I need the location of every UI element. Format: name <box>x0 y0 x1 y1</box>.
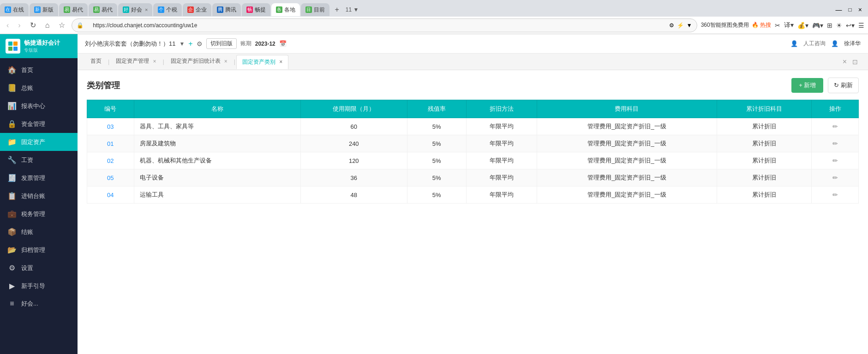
sidebar-item-reports-label: 报表中心 <box>21 102 45 110</box>
row5-edit-btn[interactable]: ✏ <box>832 191 838 198</box>
header-actions: + 新增 ↻ 刷新 <box>791 78 859 93</box>
sidebar-item-payroll[interactable]: 🔧 工资 <box>0 151 78 169</box>
period-label: 账期 <box>240 40 251 48</box>
sidebar-item-funds[interactable]: 🔒 资金管理 <box>0 115 78 133</box>
sidebar-item-archive[interactable]: 📂 归档管理 <box>0 241 78 259</box>
refresh-btn[interactable]: ↻ 刷新 <box>828 78 859 93</box>
refresh-nav-btn[interactable]: ↻ <box>27 20 39 30</box>
sidebar-item-guide[interactable]: ▶ 新手引导 <box>0 277 78 295</box>
closing-nav-icon: 📦 <box>7 228 17 236</box>
tab-depreciation-label: 固定资产折旧统计表 <box>171 57 221 65</box>
fixed-assets-nav-icon: 📁 <box>7 138 17 146</box>
sidebar-item-ledger[interactable]: 📒 总账 <box>0 79 78 97</box>
row5-residual: 5% <box>407 186 466 204</box>
add-account-btn[interactable]: + <box>188 40 192 48</box>
url-input[interactable] <box>86 20 666 30</box>
service-label[interactable]: 人工咨询 <box>803 40 826 48</box>
browser-tab-online[interactable]: 在 在线 <box>0 3 29 16</box>
browser-tab-enterprise[interactable]: 企 企业 <box>183 3 211 16</box>
switch-to-old-btn[interactable]: 切到旧版 <box>206 38 237 49</box>
undo-icon[interactable]: ↩▾ <box>846 22 855 29</box>
table-row: 01 房屋及建筑物 240 5% 年限平均 管理费用_固定资产折旧_一级 累计折… <box>87 135 859 152</box>
game-icon[interactable]: 🎮▾ <box>812 22 823 29</box>
browser-tab-easy1[interactable]: 易 易代 <box>59 3 88 16</box>
sidebar-item-fixed-assets[interactable]: 📁 固定资产 <box>0 133 78 151</box>
menu-icon[interactable]: ☰ <box>858 22 864 29</box>
extension-btn[interactable]: ⚡ <box>677 22 684 29</box>
win-minimize-btn[interactable]: — <box>833 6 844 13</box>
cut-icon[interactable]: ✂ <box>775 22 780 29</box>
row5-method: 年限平均 <box>466 186 537 204</box>
tab-depreciation[interactable]: 固定资产折旧统计表 × <box>165 54 233 69</box>
win-restore-btn[interactable]: □ <box>846 6 854 13</box>
sidebar-item-more[interactable]: ≡ 好会... <box>0 295 78 312</box>
tab-home[interactable]: 首页 <box>85 54 107 69</box>
tab-category[interactable]: 固定资产类别 × <box>236 55 288 69</box>
sidebar-item-settings[interactable]: ⚙ 设置 <box>0 259 78 277</box>
forward-btn[interactable]: › <box>15 20 23 30</box>
col-accum: 累计折旧科目 <box>717 100 811 118</box>
bookmark-btn[interactable]: ☆ <box>56 20 68 30</box>
address-dropdown-btn[interactable]: ▼ <box>687 22 692 29</box>
site-info-btn[interactable]: ⚙ <box>669 22 674 29</box>
user-avatar-icon: 👤 <box>831 40 838 47</box>
home-nav-btn[interactable]: ⌂ <box>42 20 53 30</box>
browser-tab-bar: 在 在线 新 新版 易 易代 易 易代 好 好会 × 个 个税 企 企业 腾 <box>0 0 868 17</box>
browser-tab-gedi[interactable]: 各 各地 <box>271 3 300 16</box>
row1-name: 器具、工具、家具等 <box>134 118 300 135</box>
tab-fixed-mgmt-label: 固定资产管理 <box>116 57 149 65</box>
account-settings-btn[interactable]: ⚙ <box>197 40 203 48</box>
sun-icon[interactable]: ☀ <box>836 22 842 29</box>
tab-fixed-mgmt-close-btn[interactable]: × <box>153 58 156 65</box>
sidebar-item-home[interactable]: 🏠 首页 <box>0 61 78 79</box>
sidebar-item-home-label: 首页 <box>21 66 33 74</box>
tab-fixed-mgmt[interactable]: 固定资产管理 × <box>110 54 162 69</box>
row4-period: 36 <box>300 169 407 186</box>
sidebar-item-reports[interactable]: 📊 报表中心 <box>0 97 78 115</box>
row4-edit-btn[interactable]: ✏ <box>832 174 838 181</box>
tab-menu-btn[interactable]: 11 ▼ <box>343 6 361 14</box>
browser-tab-close-haokuai[interactable]: × <box>145 7 148 12</box>
row2-edit-btn[interactable]: ✏ <box>832 140 838 147</box>
row4-name: 电子设备 <box>134 169 300 186</box>
tab-depreciation-close-btn[interactable]: × <box>224 58 227 65</box>
tab-category-close-btn[interactable]: × <box>279 59 282 65</box>
browser-tab-changte[interactable]: 畅 畅提 <box>242 3 270 16</box>
browser-tab-haokuai[interactable]: 好 好会 × <box>118 3 152 16</box>
browser-tab-mq[interactable]: 目 目前 <box>301 3 329 16</box>
tab-bar-expand-btn[interactable]: ⊡ <box>850 58 861 66</box>
sidebar-item-invoices[interactable]: 🧾 发票管理 <box>0 169 78 187</box>
row1-edit-btn[interactable]: ✏ <box>832 123 838 130</box>
back-btn[interactable]: ‹ <box>4 20 12 30</box>
row3-edit-btn[interactable]: ✏ <box>832 157 838 164</box>
win-close-btn[interactable]: × <box>856 6 864 13</box>
browser-tab-tax[interactable]: 个 个税 <box>153 3 182 16</box>
tab-bar-close-btn[interactable]: × <box>840 58 850 66</box>
browser-tab-tencent[interactable]: 腾 腾讯 <box>212 3 241 16</box>
col-action: 操作 <box>812 100 859 118</box>
sidebar-item-closing[interactable]: 📦 结账 <box>0 223 78 241</box>
new-tab-btn[interactable]: + <box>332 5 341 15</box>
grid-icon[interactable]: ⊞ <box>827 22 832 29</box>
tab-home-label: 首页 <box>90 57 102 65</box>
wallet-icon[interactable]: 💰▾ <box>797 22 808 29</box>
sidebar-item-inventory[interactable]: 📋 进销台账 <box>0 187 78 205</box>
page-tab-bar: 首页 | 固定资产管理 × | 固定资产折旧统计表 × | 固定资产类别 × ×… <box>78 54 868 70</box>
row3-accum: 累计折旧 <box>717 152 811 169</box>
settings-nav-icon: ⚙ <box>7 264 17 272</box>
table-row: 03 器具、工具、家具等 60 5% 年限平均 管理费用_固定资产折旧_一级 累… <box>87 118 859 135</box>
header-left: 刘小艳演示套套（勿删勿动！）11 ▼ + ⚙ 切到旧版 账期 2023-12 📅 <box>85 38 287 49</box>
sidebar-item-tax[interactable]: 💼 税务管理 <box>0 205 78 223</box>
browser-tab-easy2[interactable]: 易 易代 <box>89 3 117 16</box>
page-title: 类别管理 <box>87 80 120 91</box>
translate-icon[interactable]: 译▾ <box>784 21 794 30</box>
service-icon: 👤 <box>790 40 798 47</box>
calendar-btn[interactable]: 📅 <box>279 40 287 47</box>
browser-tab-new[interactable]: 新 新版 <box>30 3 58 16</box>
account-dropdown-btn[interactable]: ▼ <box>179 41 185 47</box>
col-code: 编号 <box>87 100 134 118</box>
address-bar: ‹ › ↻ ⌂ ☆ 🔒 ⚙ ⚡ ▼ 360智能抠图免费用 🔥 热搜 ✂ 译▾ 💰… <box>0 17 868 34</box>
row2-method: 年限平均 <box>466 135 537 152</box>
logo-text-area: 畅捷通好会计 专版版 <box>24 39 60 54</box>
add-category-btn[interactable]: + 新增 <box>791 78 823 93</box>
